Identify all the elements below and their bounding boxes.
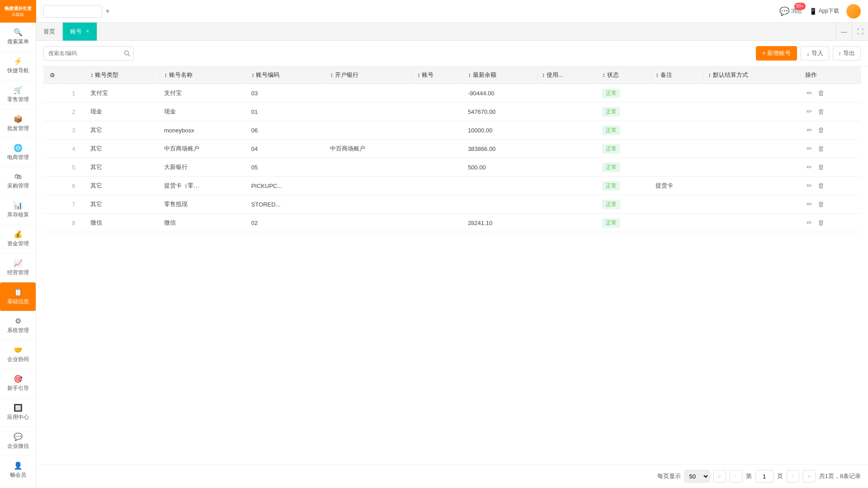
edit-button[interactable]: ✏ [805, 125, 814, 135]
cell-remark [651, 214, 703, 232]
cell-default-payment [703, 140, 801, 158]
page-size-select[interactable]: 50 10 20 100 [684, 470, 710, 483]
notification-button[interactable]: 💬 消息 99+ [779, 6, 802, 16]
sidebar-item-label: 应用中心 [7, 413, 29, 421]
cell-status: 正常 [598, 195, 651, 214]
search-input[interactable] [44, 50, 121, 56]
prev-page-button[interactable]: ‹ [730, 470, 742, 483]
delete-button[interactable]: 🗑 [816, 162, 826, 172]
sidebar-item-quick-nav[interactable]: ⚡ 快捷导航 [0, 52, 36, 80]
delete-button[interactable]: 🗑 [816, 181, 826, 190]
sidebar-item-retail[interactable]: 🛒 零售管理 [0, 80, 36, 109]
cell-account-type: 支付宝 [86, 84, 160, 103]
column-status[interactable]: ↕ 状态 [598, 66, 651, 84]
column-default-payment[interactable]: ↕ 默认结算方式 [703, 66, 801, 84]
next-page-button[interactable]: › [787, 470, 799, 483]
cell-default-payment [703, 121, 801, 140]
cell-account-type: 其它 [86, 158, 160, 177]
dropdown-icon[interactable]: ▾ [106, 7, 109, 15]
basic-info-icon: 📋 [14, 288, 23, 296]
col-label-status: 状态 [607, 71, 619, 78]
tab-account-close[interactable]: ✕ [85, 28, 90, 34]
sidebar-item-system[interactable]: ⚙ 系统管理 [0, 311, 36, 340]
column-account-code[interactable]: ↕ 账号编码 [247, 66, 326, 84]
cell-row-index [43, 214, 61, 232]
delete-button[interactable]: 🗑 [816, 88, 826, 98]
app-download-button[interactable]: 📱 App下载 [809, 7, 839, 15]
sidebar-item-finance[interactable]: 💰 资金管理 [0, 225, 36, 253]
delete-button[interactable]: 🗑 [816, 125, 826, 135]
sidebar-item-operations[interactable]: 📈 经营管理 [0, 253, 36, 282]
sidebar-item-purchase[interactable]: 🛍 采购管理 [0, 167, 36, 196]
purchase-icon: 🛍 [14, 173, 22, 181]
add-account-button[interactable]: + 新增账号 [756, 46, 797, 61]
edit-button[interactable]: ✏ [805, 181, 814, 191]
cell-bank: 中百商场账户 [326, 140, 413, 158]
cell-bank [326, 103, 413, 121]
sidebar-item-basic-info[interactable]: 📋 基础信息 [0, 282, 36, 311]
status-badge: 正常 [602, 218, 620, 228]
sidebar-item-app-center[interactable]: 🔲 应用中心 [0, 398, 36, 427]
sidebar-item-ecommerce[interactable]: 🌐 电商管理 [0, 138, 36, 167]
tab-minimize-button[interactable]: — [835, 23, 852, 41]
user-avatar[interactable] [846, 4, 861, 19]
sidebar-item-search-menu[interactable]: 🔍 搜索菜单 [0, 23, 36, 52]
cell-account-no [413, 214, 463, 232]
sidebar-item-guide[interactable]: 🎯 新手引导 [0, 369, 36, 398]
sidebar-item-enterprise[interactable]: 🤝 企业协同 [0, 340, 36, 369]
cell-usage [537, 158, 598, 177]
cell-account-no [413, 177, 463, 195]
cell-row-index [43, 177, 61, 195]
delete-button[interactable]: 🗑 [816, 199, 826, 209]
column-remark[interactable]: ↕ 备注 [651, 66, 703, 84]
last-page-icon: » [807, 473, 811, 479]
column-balance[interactable]: ↕ 最新余额 [463, 66, 537, 84]
settings-icon: ⚙ [50, 72, 55, 79]
finance-icon: 💰 [14, 230, 23, 239]
page-number-input[interactable] [755, 470, 774, 483]
sidebar-menu: 🔍 搜索菜单 ⚡ 快捷导航 🛒 零售管理 📦 批发管理 🌐 电商管理 🛍 采购管… [0, 23, 36, 488]
column-account-name[interactable]: ↕ 账号名称 [160, 66, 247, 84]
delete-button[interactable]: 🗑 [816, 107, 826, 116]
sidebar-item-inventory[interactable]: 📊 库存核算 [0, 196, 36, 225]
cell-balance: 547670.00 [463, 103, 537, 121]
column-account-type[interactable]: ↕ 账号类型 [86, 66, 160, 84]
tab-home[interactable]: 首页 [36, 23, 63, 41]
cell-status: 正常 [598, 103, 651, 121]
sidebar-item-label: 搜索菜单 [7, 38, 29, 46]
column-bank[interactable]: ↕ 开户银行 [326, 66, 413, 84]
cell-action: ✏ 🗑 [800, 84, 860, 103]
delete-button[interactable]: 🗑 [816, 218, 826, 227]
edit-button[interactable]: ✏ [805, 107, 814, 117]
cell-account-name: 微信 [160, 214, 247, 232]
sidebar-item-wholesale[interactable]: 📦 批发管理 [0, 109, 36, 138]
edit-button[interactable]: ✏ [805, 88, 814, 98]
delete-button[interactable]: 🗑 [816, 144, 826, 153]
tab-maximize-button[interactable]: ⛶ [852, 23, 868, 41]
cell-default-payment [703, 84, 801, 103]
cell-balance: -90444.00 [463, 84, 537, 103]
edit-button[interactable]: ✏ [805, 162, 814, 172]
status-badge: 正常 [602, 144, 620, 154]
edit-button[interactable]: ✏ [805, 218, 814, 228]
edit-button[interactable]: ✏ [805, 199, 814, 209]
column-account-no[interactable]: ↕ 账号 [413, 66, 463, 84]
cell-account-no [413, 103, 463, 121]
edit-button[interactable]: ✏ [805, 144, 814, 154]
column-usage[interactable]: ↕ 使用... [537, 66, 598, 84]
tab-account[interactable]: 账号 ✕ [63, 23, 97, 41]
sidebar-item-member[interactable]: 👤 畅会员 [0, 456, 36, 485]
import-button[interactable]: ↓ 导入 [801, 46, 829, 61]
table-body: 1 支付宝 支付宝 03 -90444.00 正常 ✏ 🗑 2 现金 现金 01… [43, 84, 861, 232]
top-search-input[interactable] [43, 5, 102, 18]
column-settings[interactable]: ⚙ [43, 66, 61, 84]
sidebar-item-wechat[interactable]: 💬 企业微信 [0, 427, 36, 456]
last-page-button[interactable]: » [803, 470, 816, 483]
top-header: ▾ 💬 消息 99+ 📱 App下载 [36, 0, 868, 23]
first-page-button[interactable]: « [713, 470, 726, 483]
inventory-icon: 📊 [14, 201, 23, 210]
cell-account-type: 其它 [86, 177, 160, 195]
search-button[interactable] [121, 46, 133, 61]
export-button[interactable]: ↑ 导出 [833, 46, 861, 61]
first-page-icon: « [718, 473, 721, 479]
